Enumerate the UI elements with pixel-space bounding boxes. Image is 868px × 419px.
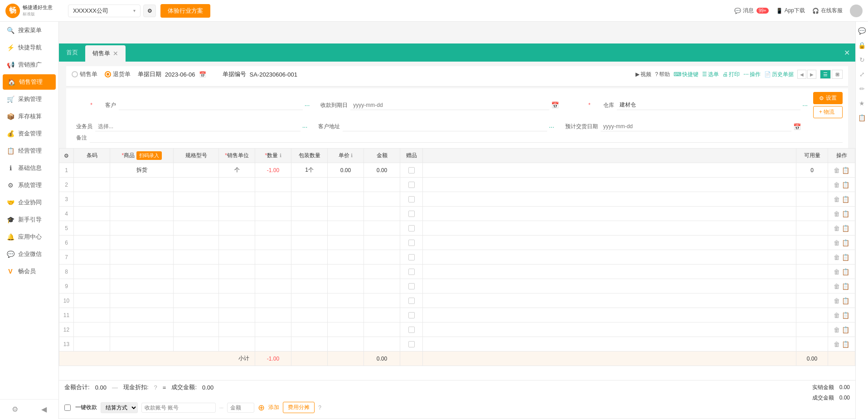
cell-pkg-0[interactable]: 1个 [291,163,328,178]
sidebar-item-marketing[interactable]: 📢 营销推广 [0,56,58,73]
cell-amount-6[interactable] [364,250,400,265]
cell-settings-6[interactable]: 7 [59,250,74,265]
collect-calendar-icon[interactable]: 📅 [551,101,559,109]
cell-amount-9[interactable] [364,294,400,308]
avatar[interactable] [850,5,863,17]
cell-gift-9[interactable] [400,294,423,308]
cell-barcode-2[interactable] [74,192,110,207]
cell-price-1[interactable] [328,178,364,192]
cell-product-10[interactable] [110,308,174,323]
cell-barcode-8[interactable] [74,279,110,294]
expense-split-button[interactable]: 费用分摊 [283,402,315,413]
cell-price-11[interactable] [328,323,364,337]
history-btn[interactable]: 📄历史单据 [764,71,794,78]
cell-spec-3[interactable] [174,207,219,221]
settings-icon[interactable]: ⚙ [143,5,156,17]
delete-row-icon[interactable]: 🗑 [834,268,840,275]
cell-settings-4[interactable]: 5 [59,221,74,236]
copy-row-icon[interactable]: 📋 [842,312,849,319]
cell-gift-4[interactable] [400,221,423,236]
calendar-icon[interactable]: 📅 [199,71,206,78]
cell-product-2[interactable] [110,192,174,207]
cell-gift-3[interactable] [400,207,423,221]
customer-addr-input[interactable] [343,122,547,131]
cell-spec-10[interactable] [174,308,219,323]
cell-product-6[interactable] [110,250,174,265]
cell-settings-11[interactable]: 12 [59,323,74,337]
delete-row-icon[interactable]: 🗑 [834,210,840,217]
cell-amount-5[interactable] [364,236,400,250]
cell-gift-12[interactable] [400,337,423,352]
cell-spec-9[interactable] [174,294,219,308]
cell-qty-0[interactable]: -1.00 [255,163,291,178]
cell-qty-6[interactable] [255,250,291,265]
salesman-dots-icon[interactable]: ··· [302,123,308,130]
shortcut-btn[interactable]: ⌨快捷键 [674,71,698,78]
cell-unit-8[interactable] [219,279,255,294]
rp-expand-icon[interactable]: ⤢ [858,69,867,80]
warehouse-input[interactable] [617,101,801,110]
cell-price-0[interactable]: 0.00 [328,163,364,178]
cell-gift-8[interactable] [400,279,423,294]
cell-spec-6[interactable] [174,250,219,265]
col-settings[interactable]: ⚙ [59,149,74,163]
cell-spec-8[interactable] [174,279,219,294]
cell-gift-6[interactable] [400,250,423,265]
list-view-btn[interactable]: ☰ [820,70,831,79]
sidebar-item-inventory[interactable]: 📦 库存核算 [0,108,58,125]
sidebar-item-search[interactable]: 🔍 搜索菜单 [0,22,58,39]
rp-star-icon[interactable]: ★ [857,98,867,109]
tab-home[interactable]: 首页 [59,43,85,62]
cell-barcode-9[interactable] [74,294,110,308]
cell-amount-12[interactable] [364,337,400,352]
cell-qty-8[interactable] [255,279,291,294]
cell-unit-6[interactable] [219,250,255,265]
delete-row-icon[interactable]: 🗑 [834,341,840,348]
cell-price-2[interactable] [328,192,364,207]
company-selector[interactable]: XXXXXX公司 ▾ [68,5,141,17]
cell-pkg-8[interactable] [291,279,328,294]
cell-settings-1[interactable]: 2 [59,178,74,192]
cell-qty-1[interactable] [255,178,291,192]
delete-row-icon[interactable]: 🗑 [834,196,840,203]
cell-pkg-10[interactable] [291,308,328,323]
sidebar-item-finance[interactable]: 💰 资金管理 [0,125,58,142]
cell-barcode-6[interactable] [74,250,110,265]
cell-unit-9[interactable] [219,294,255,308]
cell-price-8[interactable] [328,279,364,294]
cell-pkg-7[interactable] [291,265,328,279]
salesman-input[interactable] [95,122,301,131]
print-btn[interactable]: 🖨打印 [723,71,740,78]
cell-amount-1[interactable] [364,178,400,192]
cell-price-6[interactable] [328,250,364,265]
cell-unit-7[interactable] [219,265,255,279]
customer-dots-icon[interactable]: ··· [305,101,310,109]
cell-spec-0[interactable] [174,163,219,178]
delete-row-icon[interactable]: 🗑 [834,283,840,290]
radio-sales-order[interactable]: 销售单 [72,70,97,78]
cell-product-1[interactable] [110,178,174,192]
rp-chat-icon[interactable]: 💬 [856,25,868,36]
addr-dots-icon[interactable]: ··· [549,123,554,130]
sidebar-item-system[interactable]: ⚙ 系统管理 [0,177,58,194]
rp-refresh-icon[interactable]: ↻ [858,54,867,65]
cell-pkg-12[interactable] [291,337,328,352]
delete-row-icon[interactable]: 🗑 [834,239,840,246]
close-window-icon[interactable]: ✕ [844,48,850,57]
cell-qty-2[interactable] [255,192,291,207]
cell-settings-8[interactable]: 9 [59,279,74,294]
cell-amount-3[interactable] [364,207,400,221]
warehouse-dots-icon[interactable]: ··· [802,101,808,109]
cell-settings-5[interactable]: 6 [59,236,74,250]
cell-settings-7[interactable]: 8 [59,265,74,279]
delete-row-icon[interactable]: 🗑 [834,312,840,319]
sidebar-item-operations[interactable]: 📋 经营管理 [0,142,58,159]
cell-pkg-6[interactable] [291,250,328,265]
payment-dots-icon[interactable]: ··· [219,405,223,410]
cell-product-11[interactable] [110,323,174,337]
cell-barcode-7[interactable] [74,265,110,279]
sidebar-item-purchase[interactable]: 🛒 采购管理 [0,91,58,108]
cell-barcode-5[interactable] [74,236,110,250]
rp-edit-icon[interactable]: ✏ [858,83,867,94]
sidebar-item-apps[interactable]: 🔔 应用中心 [0,228,58,246]
